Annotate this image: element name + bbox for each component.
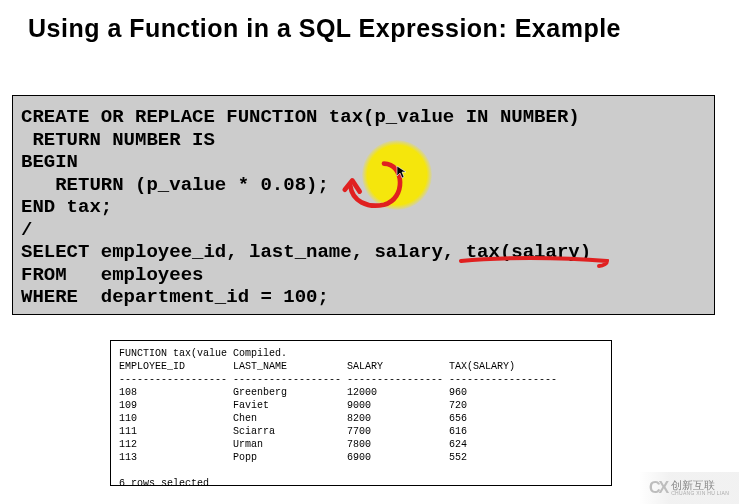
watermark: CX 创新互联 CHUANG XIN HU LIAN <box>639 472 739 504</box>
output-separator: ------------------ ------------------ --… <box>119 374 557 385</box>
code-line: END tax; <box>21 196 112 218</box>
watermark-logo: CX 创新互联 CHUANG XIN HU LIAN <box>649 479 729 497</box>
code-line: WHERE department_id = 100; <box>21 286 329 308</box>
page-title: Using a Function in a SQL Expression: Ex… <box>28 14 621 43</box>
code-line: CREATE OR REPLACE FUNCTION tax(p_value I… <box>21 106 580 128</box>
output-row: 111 Sciarra 7700 616 <box>119 426 467 437</box>
output-row: 113 Popp 6900 552 <box>119 452 467 463</box>
code-line: SELECT employee_id, last_name, salary, t… <box>21 241 591 263</box>
watermark-x-icon: CX <box>649 479 667 497</box>
output-row: 112 Urman 7800 624 <box>119 439 467 450</box>
code-line: BEGIN <box>21 151 78 173</box>
output-row: 109 Faviet 9000 720 <box>119 400 467 411</box>
code-line: FROM employees <box>21 264 203 286</box>
code-line: RETURN (p_value * 0.08); <box>21 174 329 196</box>
output-columns: EMPLOYEE_ID LAST_NAME SALARY TAX(SALARY) <box>119 361 515 372</box>
output-header: FUNCTION tax(value Compiled. <box>119 348 287 359</box>
output-content: FUNCTION tax(value Compiled. EMPLOYEE_ID… <box>119 347 603 490</box>
code-line: / <box>21 219 32 241</box>
watermark-sub: CHUANG XIN HU LIAN <box>671 491 729 496</box>
slide: Using a Function in a SQL Expression: Ex… <box>0 0 739 504</box>
output-row: 108 Greenberg 12000 960 <box>119 387 467 398</box>
output-block: FUNCTION tax(value Compiled. EMPLOYEE_ID… <box>110 340 612 486</box>
code-line: RETURN NUMBER IS <box>21 129 215 151</box>
code-content: CREATE OR REPLACE FUNCTION tax(p_value I… <box>21 106 706 309</box>
code-block: CREATE OR REPLACE FUNCTION tax(p_value I… <box>12 95 715 315</box>
output-row: 110 Chen 8200 656 <box>119 413 467 424</box>
output-footer: 6 rows selected <box>119 478 209 489</box>
